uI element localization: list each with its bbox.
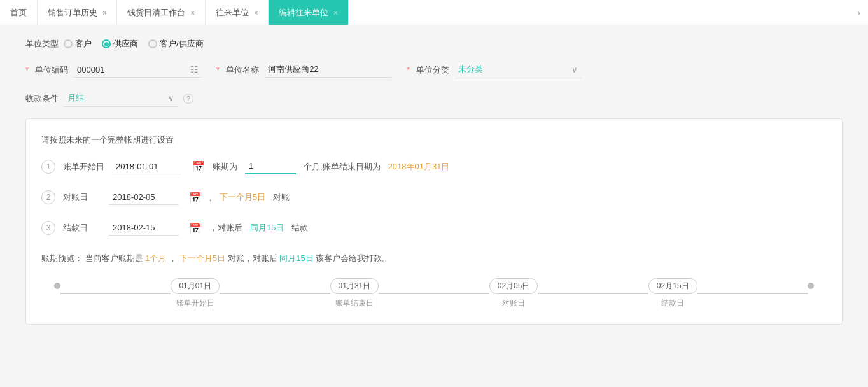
next-month-highlight: 下一个月5日 [220,192,265,203]
tab-edit-unit[interactable]: 编辑往来单位 × [269,0,348,25]
step-date-input-3[interactable] [109,220,179,236]
payment-label: 收款条件 [25,93,59,104]
unit-type-label: 单位类型 [25,38,59,50]
page-content: 单位类型 客户 供应商 客户/供应商 * 单位编码 [0,25,868,387]
unit-type-group: 单位类型 客户 供应商 客户/供应商 [25,38,204,50]
step-date-input-1[interactable] [112,159,182,174]
timeline-segment-4 [538,293,648,294]
tab-unit[interactable]: 往来单位 × [206,0,269,25]
timeline-end-dot [808,283,814,304]
timeline-node-1: 01月01日 账单开始日 [171,278,220,309]
timeline-badge-3: 02月05日 [489,278,538,294]
step-label-1: 账单开始日 [63,161,104,172]
tab-more-button[interactable]: › [850,8,868,18]
step-row-2: 2 对账日 📅 , 下一个月5日 对账 [41,190,827,205]
timeline-segment-1 [60,293,171,294]
radio-supplier-label: 供应商 [113,38,138,50]
step-row-3: 3 结款日 📅 ，对账后 同月15日 结款 [41,220,827,236]
unit-category-group: * 单位分类 未分类 ∨ [407,61,582,78]
payment-arrow: ∨ [164,94,178,103]
tab-sales-history[interactable]: 销售订单历史 × [38,0,117,25]
copy-icon[interactable]: ☷ [188,64,201,74]
step-number-2: 2 [41,190,55,204]
payment-value: 月结 [64,90,164,106]
timeline-segment-3 [379,293,489,294]
timeline-node-2: 01月31日 账单结束日 [330,278,379,309]
radio-customer-circle [64,39,73,48]
preview-before: 当前客户账期是 [85,253,143,263]
unit-category-label: 单位分类 [416,64,449,76]
step-number-3: 3 [41,221,55,235]
step-number-1: 1 [41,160,55,174]
unit-code-group: * 单位编码 ☷ [25,62,201,78]
calendar-icon-2[interactable]: 📅 [189,192,202,204]
radio-supplier[interactable]: 供应商 [102,38,138,50]
payment-help-icon[interactable]: ? [183,94,193,104]
timeline-label-2: 账单结束日 [335,298,374,309]
close-tab-edit-unit[interactable]: × [333,9,337,17]
payment-text-suffix: 结款 [291,222,308,234]
unit-info-row: * 单位编码 ☷ * 单位名称 * 单位分类 未分类 ∨ [25,61,843,78]
unit-category-arrow: ∨ [568,65,582,74]
timeline-badge-1: 01月01日 [171,278,220,294]
step-label-2: 对账日 [63,192,101,203]
radio-both-circle [148,39,157,48]
section-title: 请按照未来的一个完整帐期进行设置 [41,134,827,146]
close-tab-unit[interactable]: × [254,9,258,17]
reconcile-text-prefix: , [209,193,212,202]
unit-code-required: * [25,65,29,74]
preview-mid2: 对账，对账后 [228,253,277,263]
tab-bar: 首页 销售订单历史 × 钱货日清工作台 × 往来单位 × 编辑往来单位 × › [0,0,868,25]
tab-cashflow[interactable]: 钱货日清工作台 × [117,0,205,25]
preview-period: 1个月 [145,253,166,263]
radio-both[interactable]: 客户/供应商 [148,38,204,50]
preview-text: 账期预览： 当前客户账期是 1个月 ， 下一个月5日 对账，对账后 同月15日 … [41,251,827,265]
unit-code-label: 单位编码 [35,64,68,76]
preview-label: 账期预览： [41,253,83,263]
step-date-input-2[interactable] [109,190,179,205]
unit-code-input[interactable] [73,62,188,77]
close-tab-sales-history[interactable]: × [102,9,106,17]
radio-customer-label: 客户 [75,38,92,50]
period-input[interactable] [245,158,296,174]
timeline-segment-5 [697,293,808,294]
payment-text-prefix: ，对账后 [209,222,242,234]
unit-name-required: * [216,65,220,74]
unit-name-input[interactable] [264,62,391,78]
payment-group: 收款条件 月结 ∨ ? [25,90,193,107]
radio-supplier-circle [102,39,111,48]
preview-mid1: ， [169,253,177,263]
preview-same: 同月15日 [279,253,313,263]
step-row-1: 1 账单开始日 📅 账期为 个月,账单结束日期为 2018年01月31日 [41,158,827,174]
unit-category-required: * [407,65,410,74]
tab-home[interactable]: 首页 [0,0,38,25]
timeline-label-1: 账单开始日 [176,298,214,309]
unit-category-value: 未分类 [454,61,568,78]
timeline-label-4: 结款日 [661,298,684,309]
calendar-icon-3[interactable]: 📅 [189,222,202,234]
unit-category-select[interactable]: 未分类 ∨ [454,61,582,78]
unit-code-input-wrapper: ☷ [73,62,201,78]
unit-name-group: * 单位名称 [216,62,391,78]
step-period-suffix: 个月,账单结束日期为 [304,161,381,172]
step-period-prefix: 账期为 [213,161,237,172]
timeline-badge-4: 02月15日 [648,278,697,294]
timeline-node-3: 02月05日 对账日 [489,278,538,309]
same-month-highlight: 同月15日 [250,222,284,234]
radio-customer[interactable]: 客户 [64,38,92,50]
radio-both-label: 客户/供应商 [160,38,204,50]
radio-group-unit-type: 客户 供应商 客户/供应商 [64,38,204,50]
timeline: 01月01日 账单开始日 01月31日 账单结束日 02月05日 对账日 02月… [41,278,827,309]
unit-type-row: 单位类型 客户 供应商 客户/供应商 [25,38,843,50]
step-label-3: 结款日 [63,222,101,234]
preview-next: 下一个月5日 [179,253,225,263]
end-date-highlight: 2018年01月31日 [388,161,450,172]
timeline-segment-2 [220,293,330,294]
calendar-icon-1[interactable]: 📅 [192,160,205,172]
timeline-node-4: 02月15日 结款日 [648,278,697,309]
close-tab-cashflow[interactable]: × [190,9,194,17]
payment-select[interactable]: 月结 ∨ [64,90,178,107]
section-box: 请按照未来的一个完整帐期进行设置 1 账单开始日 📅 账期为 个月,账单结束日期… [25,118,843,325]
payment-row: 收款条件 月结 ∨ ? [25,90,843,107]
timeline-label-3: 对账日 [502,298,525,309]
